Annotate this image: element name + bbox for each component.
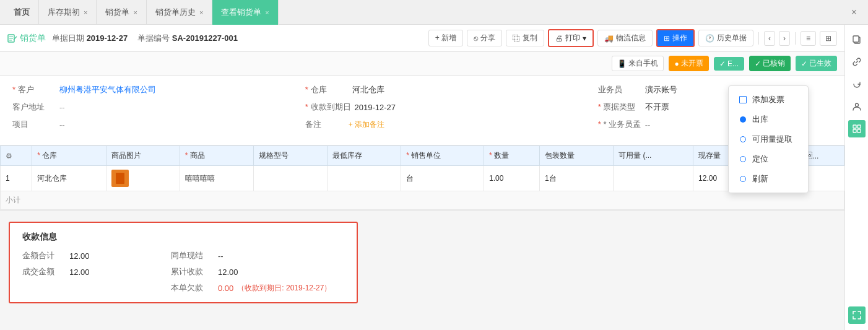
- tab-close-history[interactable]: ×: [199, 9, 203, 16]
- dropdown-item-refresh[interactable]: 刷新: [729, 169, 808, 189]
- cell-product-img: [106, 166, 180, 191]
- separator: [758, 32, 759, 45]
- product-table-container: ⚙ * 仓库 商品图片 * 商品 规格型号 最低库存 * 销售单位 * 数量 包…: [0, 145, 844, 211]
- project-field: 项目 --: [12, 119, 305, 130]
- doc-icon: 销货单: [7, 33, 46, 44]
- subtotal-row: 小计: [1, 191, 844, 210]
- tab-label: 销货单历史: [155, 7, 196, 18]
- sold-out-badge[interactable]: ✓ 已核销: [749, 56, 791, 71]
- col-available: 可用量 (...: [614, 146, 693, 166]
- effective-badge[interactable]: ✓ 已生效: [796, 56, 837, 71]
- table-header-row: ⚙ * 仓库 商品图片 * 商品 规格型号 最低库存 * 销售单位 * 数量 包…: [1, 146, 844, 166]
- total-amount-value: 12.00: [69, 251, 90, 261]
- form-area: 客户 柳州粤港平安气体有限公司 仓库 河北仓库 业务员 演示账号 客户地址 --…: [0, 76, 844, 145]
- deal-amount-label: 成交金额: [22, 266, 66, 277]
- dropdown-item-add-invoice[interactable]: 添加发票: [729, 90, 808, 110]
- project-value: --: [59, 120, 65, 129]
- right-btn-user[interactable]: [848, 98, 866, 115]
- table-row: 1 河北仓库 嘻嘻嘻嘻 台 1.00 1台 12.00 0.: [1, 166, 844, 191]
- note-label: 备注: [305, 119, 349, 130]
- confirm-button[interactable]: ✓ E...: [714, 57, 744, 71]
- add-note-button[interactable]: + 添加备注: [349, 119, 384, 130]
- sub-toolbar: 📱 来自手机 ● 未开票 ✓ E... ✓ 已核销 ✓ 已生效: [0, 52, 844, 76]
- main-content: 销货单 单据日期 2019-12-27 单据编号 SA-20191227-001…: [0, 25, 844, 330]
- tab-close-sales[interactable]: ×: [133, 9, 137, 16]
- salesperson-label: * 业务员孟: [598, 119, 641, 130]
- cell-min-stock: [328, 166, 401, 191]
- right-btn-copy[interactable]: [848, 31, 866, 48]
- operation-button[interactable]: ⊞ 操作: [656, 29, 695, 47]
- toolbar: 销货单 单据日期 2019-12-27 单据编号 SA-20191227-001…: [0, 25, 844, 52]
- col-spec: 规格型号: [253, 146, 327, 166]
- right-panel: [844, 25, 868, 330]
- operation-dropdown: 添加发票 出库 可用量提取 定位 刷新: [728, 85, 809, 193]
- settings-icon[interactable]: ⚙: [6, 152, 12, 160]
- payment-area: 收款信息 金额合计 12.00 同单现结 -- 成交金额 12.00 累计收款 …: [0, 211, 844, 315]
- doc-no-text: 单据编号 SA-20191227-001: [137, 33, 238, 44]
- new-button[interactable]: + 新增: [428, 30, 463, 46]
- balance-value: 0.00: [218, 284, 233, 293]
- tab-close-inventory[interactable]: ×: [84, 9, 87, 16]
- logistics-button[interactable]: 🚚 物流信息: [597, 30, 653, 46]
- doc-no-value: SA-20191227-001: [172, 33, 238, 43]
- payment-row-1b: 同单现结 --: [171, 250, 344, 261]
- invoice-type-value: 不开票: [645, 102, 669, 113]
- cell-no: 1: [1, 166, 32, 191]
- right-btn-expand[interactable]: [848, 306, 866, 324]
- warehouse-field: 仓库 河北仓库: [305, 84, 598, 95]
- tab-label: 销货单: [105, 7, 129, 18]
- print-button[interactable]: 🖨 打印 ▾: [548, 29, 594, 47]
- next-button[interactable]: ›: [779, 31, 790, 46]
- outbound-icon: [739, 115, 747, 124]
- col-min-stock: 最低库存: [328, 146, 401, 166]
- history-button[interactable]: 🕐 历史单据: [698, 30, 753, 46]
- cell-quantity: 1.00: [484, 166, 540, 191]
- payment-date-label: 收款到期日: [305, 102, 351, 113]
- copy-icon: ⿻: [513, 34, 520, 43]
- tab-inventory-init[interactable]: 库存期初 ×: [39, 0, 97, 25]
- cell-product: 嘻嘻嘻嘻: [180, 166, 253, 191]
- dropdown-item-outbound[interactable]: 出库: [729, 110, 808, 129]
- operation-icon: ⊞: [664, 34, 670, 43]
- tab-sales-history[interactable]: 销货单历史 ×: [147, 0, 212, 25]
- tab-close-view[interactable]: ×: [265, 9, 269, 16]
- cell-warehouse: 河北仓库: [32, 166, 106, 191]
- payment-row-3b: 本单欠款 0.00 （收款到期日: 2019-12-27）: [171, 282, 344, 293]
- window-close-button[interactable]: ×: [845, 7, 863, 18]
- history-icon: 🕐: [705, 34, 714, 43]
- tab-home[interactable]: 首页: [5, 0, 39, 25]
- add-invoice-icon: [739, 95, 747, 104]
- dropdown-item-available-qty[interactable]: 可用量提取: [729, 129, 808, 149]
- customer-value[interactable]: 柳州粤港平安气体有限公司: [59, 84, 156, 95]
- tab-view-sales[interactable]: 查看销货单 ×: [212, 0, 278, 25]
- toolbar-actions: + 新增 ⎋ 分享 ⿻ 复制 🖨 打印 ▾ 🚚 物流信息 ⊞ 操作: [428, 29, 837, 47]
- outbound-label: 出库: [752, 114, 768, 125]
- svg-rect-10: [857, 129, 861, 132]
- refresh-icon: [739, 175, 747, 183]
- right-btn-link[interactable]: [848, 53, 866, 71]
- form-row-1: 客户 柳州粤港平安气体有限公司 仓库 河北仓库 业务员 演示账号: [12, 84, 832, 95]
- grid-layout-button[interactable]: ⊞: [820, 31, 837, 46]
- prev-button[interactable]: ‹: [764, 31, 775, 46]
- from-phone-button[interactable]: 📱 来自手机: [612, 56, 664, 71]
- dropdown-item-locate[interactable]: 定位: [729, 149, 808, 169]
- subtotal-label: 小计: [1, 191, 844, 210]
- logistics-icon: 🚚: [604, 34, 614, 43]
- salesperson-value: --: [645, 120, 651, 129]
- payment-row-2a: 成交金额 12.00: [22, 266, 171, 277]
- product-table: ⚙ * 仓库 商品图片 * 商品 规格型号 最低库存 * 销售单位 * 数量 包…: [0, 145, 844, 210]
- share-button[interactable]: ⎋ 分享: [467, 30, 502, 46]
- tab-sales-order[interactable]: 销货单 ×: [97, 0, 146, 25]
- payment-row-2b: 累计收款 12.00: [171, 266, 344, 277]
- right-btn-table[interactable]: [848, 120, 866, 137]
- not-open-ticket-button[interactable]: ● 未开票: [669, 56, 708, 71]
- col-settings[interactable]: ⚙: [1, 146, 32, 166]
- cumulative-receipt-label: 累计收款: [171, 266, 214, 277]
- copy-button[interactable]: ⿻ 复制: [506, 30, 544, 46]
- list-layout-button[interactable]: ≡: [801, 31, 816, 46]
- deal-amount-value: 12.00: [69, 267, 90, 277]
- col-quantity: * 数量: [484, 146, 540, 166]
- employee-value: 演示账号: [645, 84, 677, 95]
- print-icon: 🖨: [555, 34, 563, 43]
- right-btn-refresh[interactable]: [848, 76, 866, 93]
